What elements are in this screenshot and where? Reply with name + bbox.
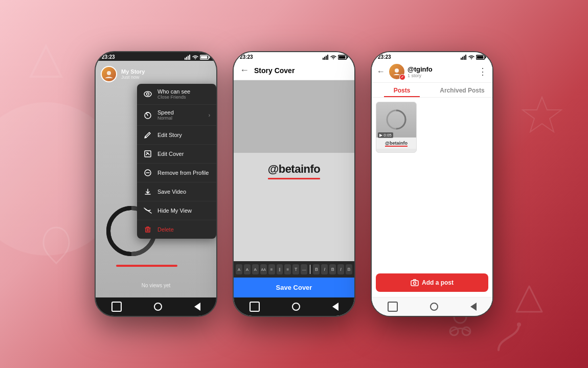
phone3-content: @betainfo ▶ 0:05 Add a post bbox=[372, 98, 492, 297]
cover-text-block: @betainfo bbox=[268, 163, 321, 179]
svg-rect-28 bbox=[464, 56, 465, 60]
thumb-username-label: @betainfo bbox=[378, 139, 414, 148]
svg-rect-31 bbox=[485, 56, 486, 58]
nav-home-btn[interactable] bbox=[292, 303, 300, 311]
verified-badge: ✓ bbox=[399, 74, 405, 80]
edit-cover-icon bbox=[143, 149, 152, 158]
add-post-button[interactable]: Add a post bbox=[376, 273, 488, 292]
signal-icon bbox=[323, 55, 329, 60]
story-thumbnail[interactable]: @betainfo ▶ 0:05 bbox=[376, 102, 417, 153]
toolbar-btn-4[interactable]: AA bbox=[260, 264, 267, 274]
story-username: My Story bbox=[121, 68, 145, 75]
svg-rect-27 bbox=[462, 57, 463, 60]
menu-item-save-video[interactable]: Save Video bbox=[137, 182, 216, 201]
phone3-status-icons bbox=[461, 55, 486, 60]
toolbar-btn-3[interactable]: A bbox=[252, 264, 259, 274]
battery-icon bbox=[200, 55, 210, 60]
cover-underline bbox=[268, 178, 321, 179]
menu-item-who-can-see[interactable]: Who can see Close Friends bbox=[137, 84, 216, 105]
phone3-tabs: Posts Archived Posts bbox=[372, 83, 492, 98]
nav-back-btn[interactable] bbox=[332, 303, 338, 311]
toolbar-btn-11[interactable]: I bbox=[321, 264, 328, 274]
toolbar-btn-2[interactable]: A bbox=[244, 264, 251, 274]
nav-square-btn[interactable] bbox=[111, 302, 122, 312]
phone2-status-bar: 23:23 bbox=[234, 52, 354, 61]
cover-toolbar: A A A AA ≡ ‖ ≡ T — B I B I B bbox=[234, 261, 354, 278]
tab-posts[interactable]: Posts bbox=[372, 83, 432, 97]
phone1-story-area: My Story Just now No views bbox=[96, 61, 216, 297]
phone3-profile: ✓ @tginfo 1 story bbox=[389, 64, 474, 79]
phones-container: 23:23 bbox=[0, 0, 588, 368]
toolbar-btn-5[interactable]: ≡ bbox=[268, 264, 275, 274]
toolbar-btn-14[interactable]: B bbox=[346, 264, 352, 274]
context-menu: Who can see Close Friends bbox=[137, 84, 216, 239]
svg-point-17 bbox=[146, 152, 147, 153]
svg-point-13 bbox=[144, 91, 151, 97]
phone3-back-button[interactable]: ← bbox=[377, 67, 385, 76]
svg-rect-26 bbox=[461, 58, 462, 60]
thumb-label-area: @betainfo bbox=[376, 137, 416, 149]
nav-square-btn[interactable] bbox=[388, 302, 398, 312]
menu-item-text-who-can-see: Who can see Close Friends bbox=[157, 88, 210, 100]
svg-rect-35 bbox=[411, 281, 418, 286]
menu-item-hide-view[interactable]: Hide My View bbox=[137, 201, 216, 220]
nav-home-btn[interactable] bbox=[430, 303, 438, 311]
svg-rect-24 bbox=[347, 56, 348, 58]
phone3-username: @tginfo bbox=[408, 65, 433, 73]
no-views-text: No views yet bbox=[96, 283, 216, 288]
phone-2: 23:23 bbox=[233, 51, 355, 317]
menu-item-speed[interactable]: Speed Normal › bbox=[137, 105, 216, 126]
svg-rect-21 bbox=[326, 56, 327, 60]
nav-square-btn[interactable] bbox=[250, 302, 260, 312]
wifi-icon bbox=[192, 55, 198, 60]
story-avatar bbox=[101, 66, 117, 82]
menu-item-text-delete: Delete bbox=[157, 226, 210, 233]
menu-item-edit-story[interactable]: Edit Story bbox=[137, 126, 216, 145]
phone2-back-button[interactable]: ← bbox=[240, 65, 249, 76]
phone2-title: Story Cover bbox=[254, 66, 295, 75]
menu-item-edit-cover[interactable]: Edit Cover bbox=[137, 145, 216, 164]
phone3-more-button[interactable]: ⋮ bbox=[478, 66, 487, 77]
svg-point-14 bbox=[147, 93, 149, 96]
save-cover-button[interactable]: Save Cover bbox=[234, 278, 354, 297]
nav-back-btn[interactable] bbox=[470, 303, 477, 311]
phone3-story-count: 1 story bbox=[408, 73, 433, 78]
menu-item-delete[interactable]: Delete bbox=[137, 220, 216, 239]
phone1-nav-bar bbox=[96, 297, 216, 316]
toolbar-btn-12[interactable]: B bbox=[329, 264, 336, 274]
speed-icon bbox=[143, 110, 152, 120]
nav-back-btn[interactable] bbox=[194, 303, 200, 311]
phone-3: 23:23 bbox=[371, 51, 493, 317]
nav-home-btn[interactable] bbox=[154, 303, 162, 311]
phone3-avatar: ✓ bbox=[389, 64, 404, 79]
svg-rect-9 bbox=[209, 56, 210, 58]
menu-item-remove-profile[interactable]: Remove from Profile bbox=[137, 164, 216, 182]
svg-rect-22 bbox=[327, 55, 328, 60]
toolbar-btn-6[interactable]: ‖ bbox=[277, 264, 283, 274]
svg-rect-5 bbox=[186, 57, 187, 60]
toolbar-btn-7[interactable]: ≡ bbox=[284, 264, 291, 274]
toolbar-btn-13[interactable]: I bbox=[337, 264, 344, 274]
remove-icon bbox=[143, 168, 152, 177]
phone3-nav-bar bbox=[372, 297, 492, 316]
svg-point-33 bbox=[395, 68, 399, 73]
battery-icon bbox=[338, 55, 348, 60]
svg-point-36 bbox=[414, 282, 416, 285]
toolbar-btn-10[interactable]: B bbox=[313, 264, 320, 274]
menu-item-text-remove-profile: Remove from Profile bbox=[157, 170, 210, 176]
menu-item-text-edit-cover: Edit Cover bbox=[157, 151, 210, 157]
toolbar-btn-8[interactable]: T bbox=[292, 264, 299, 274]
toolbar-btn-9[interactable]: — bbox=[301, 264, 307, 274]
trash-icon bbox=[143, 225, 152, 234]
phone-1: 23:23 bbox=[95, 51, 217, 317]
svg-rect-10 bbox=[201, 56, 208, 58]
phone2-header: ← Story Cover bbox=[234, 61, 354, 80]
menu-item-text-save-video: Save Video bbox=[157, 189, 210, 195]
svg-rect-19 bbox=[323, 58, 324, 60]
toolbar-btn-1[interactable]: A bbox=[236, 264, 242, 274]
svg-rect-29 bbox=[465, 55, 466, 60]
svg-rect-32 bbox=[477, 56, 484, 58]
edit-story-icon bbox=[143, 130, 152, 140]
tab-archived[interactable]: Archived Posts bbox=[432, 83, 492, 97]
cover-username: @betainfo bbox=[268, 163, 321, 176]
